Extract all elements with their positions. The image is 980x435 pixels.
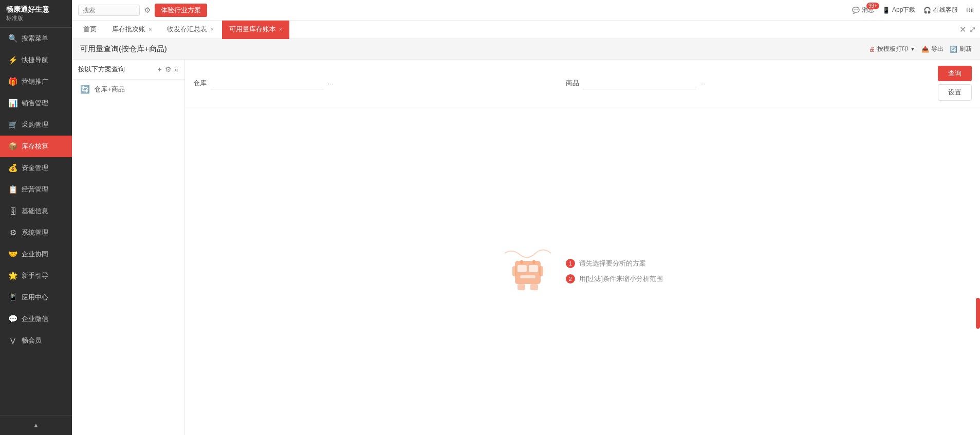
left-panel: 按以下方案查询 + ⚙ « 🔄 仓库+商品 [72, 60, 185, 435]
tab-available-close[interactable]: × [279, 26, 282, 32]
sidebar-item-newbie[interactable]: 🌟 新手引导 [0, 265, 72, 287]
goods-filter-input[interactable] [583, 77, 696, 89]
gift-icon: 🎁 [8, 77, 17, 86]
svg-rect-2 [529, 265, 538, 272]
topbar-app-btn[interactable]: 📱 App下载 [882, 6, 915, 14]
tab-home[interactable]: 首页 [76, 21, 104, 39]
goods-filter-group: 商品 ··· [566, 77, 930, 89]
sidebar-item-shortcut[interactable]: ⚡ 快捷导航 [0, 49, 72, 71]
svg-rect-0 [515, 261, 541, 284]
export-icon: 📤 [921, 46, 929, 53]
page-actions: 🖨 按模板打印 ▼ 📤 导出 🔄 刷新 [869, 45, 972, 53]
warehouse-filter-label: 仓库 [193, 79, 207, 88]
filter-row: 仓库 ··· 商品 ··· 查询 设置 [185, 60, 980, 107]
tab-batch-close[interactable]: × [149, 26, 152, 32]
svg-rect-9 [530, 284, 538, 290]
lightning-icon: ⚡ [8, 55, 17, 65]
sidebar-item-wechat[interactable]: 💬 企业微信 [0, 308, 72, 330]
box-icon: 📦 [8, 142, 17, 151]
refresh-icon: 🔄 [950, 46, 957, 53]
topbar-search-input[interactable] [78, 5, 140, 16]
tab-expand-icon[interactable]: ⤢ [969, 25, 976, 34]
tab-available[interactable]: 可用量库存账本 × [222, 21, 289, 39]
left-panel-add-btn[interactable]: + [158, 65, 162, 73]
svg-rect-8 [517, 284, 525, 290]
svg-point-6 [520, 260, 523, 264]
page-title: 可用量查询(按仓库+商品) [80, 44, 167, 54]
database-icon: 🗄 [8, 207, 17, 216]
sidebar-bottom: ▲ [0, 415, 72, 435]
topbar-right: 💬 消息 99+ 📱 App下载 🎧 在线客服 Rit [852, 6, 974, 14]
tab-extra: ✕ ⤢ [955, 25, 980, 34]
svg-rect-5 [539, 266, 543, 276]
sidebar-item-sales[interactable]: 📊 销售管理 [0, 92, 72, 114]
message-icon: 💬 [852, 7, 860, 14]
warehouse-filter-group: 仓库 ··· [193, 77, 558, 89]
left-panel-title: 按以下方案查询 [78, 65, 155, 74]
sidebar-item-appstore[interactable]: 📱 应用中心 [0, 287, 72, 308]
trial-btn[interactable]: 体验行业方案 [155, 4, 207, 17]
export-btn[interactable]: 📤 导出 [921, 45, 944, 53]
mobile-icon: 📱 [8, 293, 17, 302]
page-header: 可用量查询(按仓库+商品) 🖨 按模板打印 ▼ 📤 导出 🔄 刷新 [72, 39, 980, 60]
goods-filter-label: 商品 [566, 79, 579, 88]
sidebar-item-system[interactable]: ⚙ 系统管理 [0, 222, 72, 243]
tab-batch[interactable]: 库存批次账 × [105, 21, 159, 39]
sidebar-item-enterprise[interactable]: 🤝 企业协同 [0, 243, 72, 265]
warehouse-goods-icon: 🔄 [80, 85, 90, 94]
topbar-support-btn[interactable]: 🎧 在线客服 [923, 6, 958, 14]
logo-sub: 标准版 [6, 14, 66, 22]
empty-illustration [502, 245, 553, 297]
cart-icon: 🛒 [8, 120, 17, 129]
sidebar-item-inventory[interactable]: 📦 库存核算 [0, 136, 72, 157]
sidebar-item-search[interactable]: 🔍 搜索菜单 [0, 28, 72, 49]
print-icon: 🖨 [869, 46, 875, 53]
left-panel-header: 按以下方案查询 + ⚙ « [72, 60, 184, 80]
sidebar-item-finance[interactable]: 💰 资金管理 [0, 157, 72, 179]
sidebar-item-purchase[interactable]: 🛒 采购管理 [0, 114, 72, 136]
left-panel-settings-btn[interactable]: ⚙ [165, 65, 172, 73]
tab-summary-close[interactable]: × [210, 26, 213, 32]
warehouse-filter-input[interactable] [211, 77, 324, 89]
logo-title: 畅康通好生意 [6, 5, 66, 14]
empty-state: 1 请先选择要分析的方案 2 用[过滤]条件来缩小分析范围 [185, 107, 980, 435]
svg-rect-3 [520, 275, 535, 278]
sidebar: 畅康通好生意 标准版 🔍 搜索菜单 ⚡ 快捷导航 🎁 营销推广 📊 销售管理 🛒 [0, 0, 72, 435]
headset-icon: 🎧 [923, 7, 931, 14]
sidebar-logo: 畅康通好生意 标准版 [0, 0, 72, 28]
sidebar-item-marketing[interactable]: 🎁 营销推广 [0, 71, 72, 92]
sidebar-item-vip[interactable]: V 畅会员 [0, 330, 72, 351]
gear-icon: ⚙ [8, 228, 17, 237]
topbar-user-btn[interactable]: Rit [966, 7, 974, 14]
print-template-btn[interactable]: 🖨 按模板打印 ▼ [869, 45, 915, 53]
sidebar-item-basic[interactable]: 🗄 基础信息 [0, 200, 72, 222]
tabs-bar: 首页 库存批次账 × 收发存汇总表 × 可用量库存账本 × ✕ ⤢ [72, 21, 980, 39]
vip-icon: V [8, 336, 17, 345]
sidebar-scroll-up[interactable]: ▲ [0, 420, 72, 431]
chevron-up-icon: ▲ [33, 422, 39, 429]
topbar-settings-icon[interactable]: ⚙ [144, 6, 151, 15]
svg-point-7 [532, 260, 535, 264]
tab-summary[interactable]: 收发存汇总表 × [160, 21, 220, 39]
message-badge: 99+ [866, 3, 879, 9]
empty-tips: 1 请先选择要分析的方案 2 用[过滤]条件来缩小分析范围 [566, 259, 663, 283]
sidebar-item-operations[interactable]: 📋 经营管理 [0, 179, 72, 200]
left-panel-collapse-btn[interactable]: « [175, 66, 178, 73]
svg-rect-1 [517, 265, 527, 272]
tab-close-all-icon[interactable]: ✕ [959, 25, 966, 34]
money-icon: 💰 [8, 163, 17, 173]
refresh-btn[interactable]: 🔄 刷新 [950, 45, 972, 53]
goods-more-btn[interactable]: ··· [700, 80, 706, 87]
content-area: 按以下方案查询 + ⚙ « 🔄 仓库+商品 仓库 [72, 60, 980, 435]
print-chevron-icon: ▼ [910, 46, 915, 52]
right-scrollbar[interactable] [976, 298, 980, 329]
star-icon: 🌟 [8, 271, 17, 280]
topbar-message-btn[interactable]: 💬 消息 99+ [852, 6, 874, 14]
sidebar-nav: 🔍 搜索菜单 ⚡ 快捷导航 🎁 营销推广 📊 销售管理 🛒 采购管理 📦 [0, 28, 72, 415]
left-panel-actions: + ⚙ [158, 65, 172, 73]
left-panel-item-warehouse-goods[interactable]: 🔄 仓库+商品 [72, 80, 184, 99]
settings-button[interactable]: 设置 [938, 84, 972, 101]
handshake-icon: 🤝 [8, 250, 17, 259]
warehouse-more-btn[interactable]: ··· [328, 80, 334, 87]
query-button[interactable]: 查询 [938, 66, 972, 81]
